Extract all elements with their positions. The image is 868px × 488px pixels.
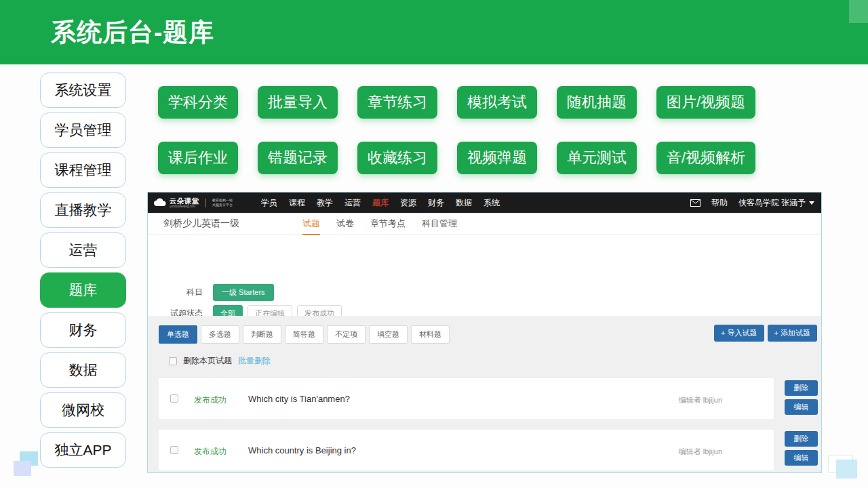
sidebar-item-finance[interactable]: 财务 — [40, 312, 126, 348]
subject-label: 科目 — [148, 287, 203, 298]
delete-button[interactable]: 删除 — [785, 380, 818, 396]
logo-slogan-line1: 教育机构一站 — [212, 198, 233, 203]
sidebar-item-standalone-app[interactable]: 独立APP — [40, 432, 126, 468]
feature-batch-import[interactable]: 批量导入 — [258, 86, 338, 119]
banner-corner-decoration — [849, 0, 868, 23]
sub-nav-tabs: 试题 试卷 章节考点 科目管理 — [302, 213, 457, 235]
question-list-section: 单选题 多选题 判断题 简答题 不定项 填空题 材料题 + 导入试题 + 添加试… — [148, 316, 821, 473]
qtype-fill-blank[interactable]: 填空题 — [369, 325, 408, 344]
nav-item-finance[interactable]: 财务 — [428, 197, 444, 209]
sidebar: 系统设置 学员管理 课程管理 直播教学 运营 题库 财务 数据 微网校 独立AP… — [40, 73, 126, 472]
bulk-delete-row: 删除本页试题 批量删除 — [169, 355, 271, 367]
sidebar-item-student-mgmt[interactable]: 学员管理 — [40, 113, 126, 148]
chevron-down-icon — [809, 201, 814, 205]
nav-item-students[interactable]: 学员 — [261, 197, 277, 209]
bottom-right-decoration-square — [836, 460, 857, 479]
bottom-left-decoration-square — [14, 461, 31, 476]
logo-slogan-line2: 式服务云平台 — [212, 203, 233, 207]
logo-divider — [205, 199, 206, 207]
delete-button[interactable]: 删除 — [785, 431, 818, 447]
logo-domain: yunduoketang.com — [170, 205, 197, 208]
select-all-checkbox[interactable] — [169, 357, 177, 365]
feature-subject-category[interactable]: 学科分类 — [158, 86, 238, 119]
row-checkbox[interactable] — [170, 394, 178, 403]
feature-row-1: 学科分类 批量导入 章节练习 模拟考试 随机抽题 图片/视频题 — [158, 86, 755, 119]
feature-mock-exam[interactable]: 模拟考试 — [457, 86, 537, 119]
feature-wrong-question-record[interactable]: 错题记录 — [258, 142, 338, 174]
subject-tag[interactable]: 一级 Starters — [213, 284, 274, 301]
sidebar-item-question-bank[interactable]: 题库 — [40, 272, 126, 308]
tab-chapter-points[interactable]: 章节考点 — [370, 213, 406, 235]
tab-subject-mgmt[interactable]: 科目管理 — [422, 213, 457, 235]
nav-item-teaching[interactable]: 教学 — [317, 197, 333, 209]
edit-button[interactable]: 编辑 — [785, 450, 818, 466]
feature-grid: 学科分类 批量导入 章节练习 模拟考试 随机抽题 图片/视频题 课后作业 错题记… — [158, 86, 755, 197]
feature-audio-video-analysis[interactable]: 音/视频解析 — [656, 142, 755, 174]
nav-item-system[interactable]: 系统 — [484, 197, 500, 209]
account-name: 侠客岛学院 张涵予 — [738, 197, 806, 209]
filter-section: 科目 一级 Starters 试题状态 全部 正在编辑 发布成功 筛选条件 请选… — [148, 235, 821, 316]
import-questions-button[interactable]: + 导入试题 — [714, 325, 764, 342]
qtype-true-false[interactable]: 判断题 — [243, 325, 281, 344]
editor-label: 编辑者 lbjijun — [679, 447, 722, 457]
row-checkbox[interactable] — [170, 446, 178, 454]
logo-text: 云朵课堂 yunduoketang.com — [170, 198, 199, 208]
nav-item-operations[interactable]: 运营 — [344, 197, 361, 209]
question-type-tabs: 单选题 多选题 判断题 简答题 不定项 填空题 材料题 — [159, 325, 450, 344]
sidebar-item-micro-school[interactable]: 微网校 — [40, 392, 126, 428]
list-action-buttons: + 导入试题 + 添加试题 — [714, 325, 817, 342]
logo: 云朵课堂 yunduoketang.com 教育机构一站 式服务云平台 — [153, 198, 233, 208]
sidebar-item-course-mgmt[interactable]: 课程管理 — [40, 152, 126, 188]
feature-image-video-question[interactable]: 图片/视频题 — [656, 86, 755, 119]
feature-video-popup-question[interactable]: 视频弹题 — [457, 142, 537, 174]
qtype-multi-choice[interactable]: 多选题 — [201, 325, 239, 344]
admin-top-nav: 云朵课堂 yunduoketang.com 教育机构一站 式服务云平台 学员 课… — [148, 192, 821, 213]
delete-page-label: 删除本页试题 — [183, 355, 232, 367]
nav-item-question-bank[interactable]: 题库 — [372, 197, 389, 209]
page-banner: 系统后台-题库 — [0, 0, 868, 64]
help-link[interactable]: 帮助 — [711, 197, 728, 209]
sidebar-item-operations[interactable]: 运营 — [40, 232, 126, 268]
nav-item-data[interactable]: 数据 — [456, 197, 472, 209]
qtype-indefinite[interactable]: 不定项 — [327, 325, 366, 344]
logo-name: 云朵课堂 — [170, 198, 199, 205]
admin-nav-right: 帮助 侠客岛学院 张涵予 退出 — [690, 192, 822, 213]
subject-filter-row: 科目 一级 Starters — [148, 284, 274, 301]
nav-item-resources[interactable]: 资源 — [400, 197, 416, 209]
bulk-delete-link[interactable]: 批量删除 — [238, 355, 271, 367]
qtype-material[interactable]: 材料题 — [411, 325, 450, 344]
page-title: 系统后台-题库 — [51, 0, 214, 64]
status-badge: 发布成功 — [194, 446, 226, 458]
admin-screenshot-panel: 云朵课堂 yunduoketang.com 教育机构一站 式服务云平台 学员 课… — [147, 192, 822, 473]
feature-favorite-practice[interactable]: 收藏练习 — [357, 142, 437, 174]
qtype-short-answer[interactable]: 简答题 — [285, 325, 323, 344]
feature-unit-test[interactable]: 单元测试 — [557, 142, 637, 174]
tab-questions[interactable]: 试题 — [302, 213, 320, 235]
feature-random-draw[interactable]: 随机抽题 — [557, 86, 637, 119]
add-question-button[interactable]: + 添加试题 — [768, 325, 817, 342]
tab-papers[interactable]: 试卷 — [336, 213, 354, 235]
question-row: 发布成功 Which city is Tian'anmen? 编辑者 lbjij… — [159, 378, 774, 419]
sidebar-item-live-teaching[interactable]: 直播教学 — [40, 192, 126, 228]
nav-item-courses[interactable]: 课程 — [289, 197, 305, 209]
mail-icon[interactable] — [690, 199, 701, 207]
course-title: 剑桥少儿英语一级 — [163, 218, 239, 230]
feature-homework[interactable]: 课后作业 — [158, 142, 238, 174]
admin-nav-menu: 学员 课程 教学 运营 题库 资源 财务 数据 系统 — [261, 197, 500, 209]
question-row: 发布成功 Which country is Beijing in? 编辑者 lb… — [159, 430, 774, 470]
status-badge: 发布成功 — [194, 394, 226, 406]
edit-button[interactable]: 编辑 — [785, 399, 818, 415]
sidebar-item-data[interactable]: 数据 — [40, 352, 126, 388]
row-actions: 删除 编辑 — [785, 380, 818, 415]
page: 系统后台-题库 系统设置 学员管理 课程管理 直播教学 运营 题库 财务 数据 … — [0, 0, 868, 488]
admin-sub-nav: 剑桥少儿英语一级 试题 试卷 章节考点 科目管理 — [148, 213, 821, 235]
sidebar-item-system-settings[interactable]: 系统设置 — [40, 73, 126, 108]
cloud-logo-icon — [153, 198, 167, 207]
feature-row-2: 课后作业 错题记录 收藏练习 视频弹题 单元测试 音/视频解析 — [158, 142, 755, 174]
feature-chapter-practice[interactable]: 章节练习 — [357, 86, 437, 119]
question-text: Which city is Tian'anmen? — [248, 394, 350, 404]
account-menu[interactable]: 侠客岛学院 张涵予 — [738, 197, 814, 209]
logo-slogan: 教育机构一站 式服务云平台 — [212, 198, 233, 207]
editor-label: 编辑者 lbjijun — [679, 395, 722, 405]
qtype-single-choice[interactable]: 单选题 — [159, 325, 197, 344]
